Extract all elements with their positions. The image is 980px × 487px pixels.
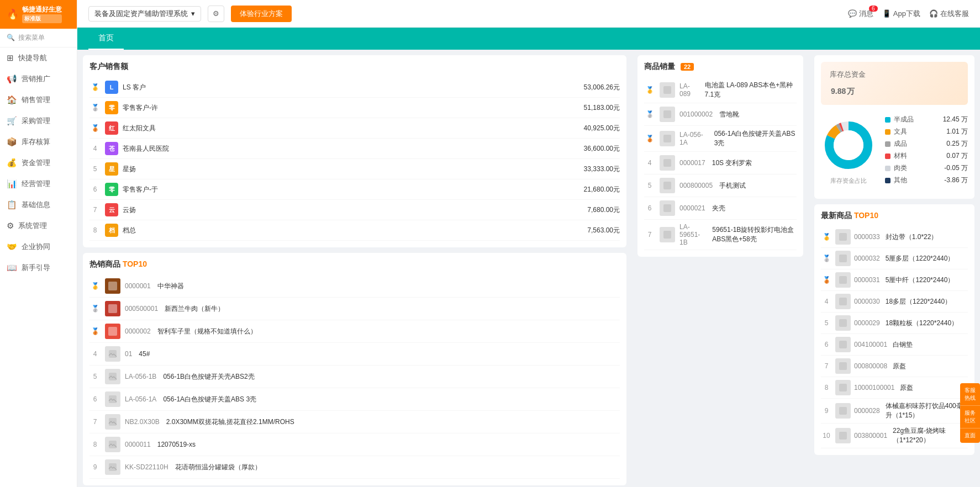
donut-subtitle: 库存资金占比 <box>821 177 876 185</box>
hot-product-item: 8 0000011 12070519-xs <box>89 433 620 456</box>
logo-icon: 🔥 <box>7 8 19 20</box>
hot-products-card: 热销商品 TOP10 🥇 0000001 中华神器 🥈 000500001 新西… <box>83 253 626 485</box>
content-area: 客户销售额 🥇 L LS 客户 53,006.26元 🥈 零 零售客户-许 51… <box>77 50 980 487</box>
online-service-button[interactable]: 🎧 在线客服 <box>929 9 969 19</box>
sidebar-item-guide[interactable]: 📖新手引导 <box>0 257 77 278</box>
product-name: 电池盖 LA-089 ABS本色+黑种 7.1克 <box>705 81 797 99</box>
rank-num: 5 <box>89 165 101 173</box>
search-menu[interactable]: 🔍 搜索菜单 <box>0 29 77 47</box>
svg-rect-27 <box>839 341 847 348</box>
legend-item: 文具 1.01 万 <box>885 127 968 136</box>
sidebar-item-system[interactable]: ⚙系统管理 <box>0 215 77 236</box>
hot-product-item: 🥉 0000002 智利车子里（规格不知道填什么） <box>89 320 620 343</box>
system-name: 装备及固定资产辅助管理系统 <box>94 9 188 19</box>
rank-avatar: 云 <box>105 203 118 216</box>
legend-value: 0.07 万 <box>946 151 968 161</box>
hot-rank-num: 6 <box>89 395 101 403</box>
latest-rank-num: 4 <box>821 298 832 305</box>
float-service: 客服 热线 服务 社区 直面 <box>960 383 980 443</box>
product-ranking-list: 🥇 LA-089 电池盖 LA-089 ABS本色+黑种 7.1克 🥈 0010… <box>644 77 797 250</box>
left-panel: 客户销售额 🥇 L LS 客户 53,006.26元 🥈 零 零售客户-许 51… <box>77 50 632 487</box>
product-image-placeholder <box>660 82 675 98</box>
hot-rank-num: 9 <box>89 463 101 471</box>
header-right: 💬 消息 6 📱 App下载 🎧 在线客服 <box>848 9 969 19</box>
rank-name: 零售客户-于 <box>123 185 579 194</box>
latest-rank-num: 9 <box>821 407 832 415</box>
product-code: 0000031 <box>854 276 880 284</box>
rank-amount: 40,925.00元 <box>584 124 620 133</box>
sidebar: 🔥 畅捷通好生意 标准版 🔍 搜索菜单 ⊞快捷导航📢营销推广🏠销售管理🛒采购管理… <box>0 0 77 487</box>
product-name: 新西兰牛肉（新牛） <box>165 304 224 314</box>
message-badge: 6 <box>869 6 878 12</box>
svg-rect-31 <box>839 432 847 440</box>
product-name: 花语萌恒温分罐罐袋（厚款） <box>175 463 261 472</box>
hot-rank-medal: 🥉 <box>89 327 101 335</box>
sidebar-item-basic[interactable]: 📋基础信息 <box>0 194 77 215</box>
tab-home[interactable]: 首页 <box>88 28 124 50</box>
message-button[interactable]: 💬 消息 6 <box>848 9 873 19</box>
sidebar-item-quick-nav[interactable]: ⊞快捷导航 <box>0 47 77 68</box>
product-image-placeholder <box>105 459 120 475</box>
rank-avatar: L <box>105 81 118 94</box>
latest-rank-medal: 🥈 <box>821 255 832 262</box>
app-download-button[interactable]: 📱 App下载 <box>882 9 920 19</box>
direct-btn[interactable]: 直面 <box>960 428 980 443</box>
svg-rect-4 <box>109 373 117 380</box>
product-image-placeholder <box>835 337 851 352</box>
rank-amount: 51,183.00元 <box>584 103 620 113</box>
latest-product-item: 7 000800008 原盔 <box>821 356 968 377</box>
svg-rect-2 <box>108 327 117 336</box>
svg-rect-9 <box>663 86 671 94</box>
product-image-placeholder <box>660 107 675 122</box>
product-rank-item: 7 LA-59651-1B 59651-1B旋转投影灯电池盒ABS黑色+58壳 <box>644 220 797 250</box>
svg-rect-24 <box>839 276 847 284</box>
sidebar-item-finance[interactable]: 💰资金管理 <box>0 152 77 173</box>
sidebar-item-marketing[interactable]: 📢营销推广 <box>0 68 77 89</box>
product-image-placeholder <box>835 229 851 245</box>
product-code: 0000002 <box>125 327 151 335</box>
latest-product-item: 5 0000029 18颗粒板（1220*2440） <box>821 313 968 334</box>
rank-item: 🥈 零 零售客户-许 51,183.00元 <box>89 98 620 118</box>
settings-button[interactable]: ⚙ <box>208 6 224 22</box>
product-code: 0000032 <box>854 255 880 262</box>
sidebar-item-inventory[interactable]: 📦库存核算 <box>0 131 77 152</box>
inventory-legend: 半成品 12.45 万 文具 1.01 万 成品 0.25 万 材料 0.07 … <box>885 115 968 188</box>
svg-rect-13 <box>663 182 671 189</box>
rank-avatar: 苍 <box>105 142 118 155</box>
sidebar-item-sales[interactable]: 🏠销售管理 <box>0 89 77 110</box>
system-selector[interactable]: 装备及固定资产辅助管理系统 ▾ <box>88 6 201 22</box>
prod-rank-num: 5 <box>644 182 655 189</box>
svg-rect-3 <box>109 350 117 358</box>
trial-button[interactable]: 体验行业方案 <box>231 6 292 22</box>
sidebar-item-operation[interactable]: 📊经营管理 <box>0 173 77 194</box>
customer-service-btn[interactable]: 客服 热线 <box>960 383 980 406</box>
prod-rank-medal: 🥇 <box>644 86 655 94</box>
sidebar-item-cooperate[interactable]: 🤝企业协同 <box>0 236 77 257</box>
product-rank-item: 🥉 LA-056-1A 056-1A白色按键开关盖ABS 3壳 <box>644 126 797 152</box>
product-name: 智利车子里（规格不知道填什么） <box>157 327 257 336</box>
inventory-total-value: 9.88万 <box>830 82 959 97</box>
product-code: 0000001 <box>125 282 151 290</box>
sidebar-item-purchase[interactable]: 🛒采购管理 <box>0 110 77 131</box>
product-image-placeholder <box>105 391 120 407</box>
rank-num: 4 <box>89 145 101 152</box>
nav-label-basic: 基础信息 <box>22 200 50 210</box>
sales-ranking-card: 客户销售额 🥇 L LS 客户 53,006.26元 🥈 零 零售客户-许 51… <box>83 55 626 247</box>
nav-icon-inventory: 📦 <box>7 137 17 147</box>
product-image-placeholder <box>835 272 851 288</box>
service-community-btn[interactable]: 服务 社区 <box>960 406 980 428</box>
latest-products-list: 🥇 0000033 封边带（1.0*22） 🥈 0000032 5厘多层（122… <box>821 226 968 448</box>
rank-item: 8 档 档总 7,563.00元 <box>89 220 620 241</box>
product-image-placeholder <box>835 428 851 443</box>
nav-icon-operation: 📊 <box>7 179 17 189</box>
product-image-placeholder <box>105 346 120 362</box>
rank-amount: 36,600.00元 <box>584 144 620 153</box>
product-code: LA-056-1A <box>125 395 156 403</box>
hot-rank-num: 5 <box>89 373 101 380</box>
product-name: 中华神器 <box>157 282 184 291</box>
rank-avatar: 星 <box>105 162 118 176</box>
product-name: 夹壳 <box>712 204 725 213</box>
legend-label: 文具 <box>894 127 943 136</box>
product-rank-item: 4 0000017 10S 变利罗索 <box>644 152 797 174</box>
product-rank-item: 6 0000021 夹壳 <box>644 197 797 220</box>
